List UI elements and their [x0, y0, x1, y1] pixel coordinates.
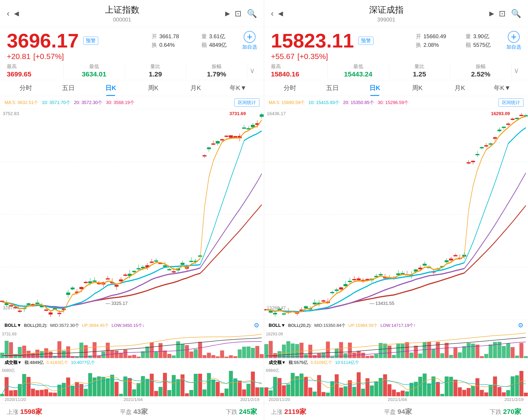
tab-五日[interactable]: 五日 — [47, 80, 90, 96]
tab-年K▼[interactable]: 年K▼ — [481, 80, 524, 96]
layout-icon[interactable]: ⊡ — [235, 9, 241, 18]
stat-high-label: 最高 — [7, 63, 59, 70]
svg-rect-464 — [405, 392, 409, 396]
svg-rect-65 — [132, 271, 136, 272]
header-right: ▶ ⊡ 🔍 — [225, 9, 257, 18]
price-stats-row: 最高 15840.16 最低 15443.24 量比 1.25 振幅 2.52%… — [271, 63, 521, 78]
change-percent: [+0.35%] — [297, 52, 328, 61]
search-icon[interactable]: 🔍 — [511, 9, 521, 18]
tab-日K[interactable]: 日K — [353, 80, 396, 96]
svg-rect-227 — [180, 374, 184, 396]
tab-月K[interactable]: 月K — [175, 80, 217, 96]
gear-icon[interactable]: ⚙ — [254, 322, 259, 329]
svg-rect-396 — [374, 354, 378, 358]
price-stats-row: 最高 3699.65 最低 3634.01 量比 1.29 振幅 1.79% ∨ — [7, 63, 257, 78]
svg-rect-131 — [27, 351, 31, 358]
search-icon[interactable]: 🔍 — [247, 9, 257, 18]
svg-rect-454 — [361, 389, 365, 396]
vol-chart[interactable]: 6984亿 — [264, 367, 528, 396]
svg-rect-189 — [13, 390, 17, 396]
interval-btn[interactable]: 区间统计 — [234, 98, 259, 107]
svg-rect-474 — [449, 377, 453, 396]
svg-rect-403 — [405, 342, 409, 358]
svg-rect-156 — [136, 357, 140, 358]
stat-flat-label: 平盘 43家 — [120, 407, 148, 416]
add-watchlist-btn[interactable]: + 加自选 — [242, 31, 257, 50]
price-section: 3696.17 预警 开 3661.78 换 0.64% 量 — [0, 27, 264, 80]
volume-value: 3.61亿 — [209, 33, 225, 40]
boll-chart[interactable]: 3731.69 — [0, 331, 264, 358]
prev-arrow[interactable]: ◀ — [14, 10, 19, 17]
layout-icon[interactable]: ⊡ — [499, 9, 506, 18]
svg-rect-443 — [313, 392, 317, 396]
open-value: 15660.49 — [423, 33, 446, 40]
vol-label[interactable]: 成交额▼ — [269, 360, 286, 365]
svg-rect-335 — [449, 258, 453, 260]
next-arrow[interactable]: ▶ — [225, 10, 230, 17]
main-chart[interactable]: 3752.83 3731.69 3287.74 — 3325.17 — [0, 109, 264, 320]
next-arrow[interactable]: ▶ — [489, 10, 494, 17]
back-button[interactable]: ‹ — [271, 9, 274, 18]
svg-rect-223 — [163, 373, 167, 396]
gear-icon[interactable]: ⚙ — [518, 322, 524, 329]
tab-周K[interactable]: 周K — [396, 80, 439, 96]
boll-label[interactable]: BOLL▼ — [4, 323, 21, 328]
svg-rect-115 — [242, 128, 246, 129]
svg-rect-170 — [198, 342, 202, 358]
svg-rect-75 — [154, 260, 158, 261]
tab-五日[interactable]: 五日 — [311, 80, 354, 96]
svg-rect-230 — [194, 374, 198, 396]
tab-周K[interactable]: 周K — [132, 80, 175, 96]
collapse-btn[interactable]: ∨ — [512, 66, 521, 75]
svg-rect-255 — [273, 313, 277, 314]
prev-arrow[interactable]: ◀ — [278, 10, 283, 17]
svg-rect-240 — [238, 381, 241, 396]
chart-price-mark: — 13431.55 — [370, 301, 394, 306]
header-right: ▶ ⊡ 🔍 — [489, 9, 521, 18]
tab-分时[interactable]: 分时 — [4, 80, 47, 96]
main-panels: ‹ ◀ 上证指数 000001 ▶ ⊡ 🔍 3696.17 预警 — [0, 0, 528, 420]
svg-rect-196 — [44, 389, 48, 396]
svg-rect-418 — [471, 344, 475, 358]
change-percent: [+0.57%] — [33, 52, 64, 61]
tab-年K▼[interactable]: 年K▼ — [217, 80, 259, 96]
svg-rect-375 — [282, 344, 286, 358]
svg-rect-181 — [246, 347, 250, 358]
stat-amplitude: 振幅 1.79% — [186, 63, 247, 78]
vol-label[interactable]: 成交额▼ — [4, 360, 22, 365]
boll-chart[interactable]: 16293.09 — [264, 331, 528, 358]
tab-月K[interactable]: 月K — [439, 80, 481, 96]
stat-high-label: 最高 — [271, 63, 323, 70]
svg-rect-333 — [445, 260, 449, 262]
boll-label[interactable]: BOLL▼ — [269, 323, 285, 328]
warning-badge[interactable]: 预警 — [83, 37, 98, 45]
svg-rect-293 — [357, 279, 360, 280]
candlestick-chart — [0, 109, 264, 320]
svg-rect-136 — [49, 352, 52, 358]
stat-amplitude-value: 2.52% — [455, 70, 507, 78]
svg-rect-387 — [335, 349, 339, 358]
tabs: 分时五日日K周K月K年K▼ — [264, 80, 528, 96]
main-chart[interactable]: 16436.17 16293.09 13288.47 — 13431.55 — [264, 109, 528, 320]
stat-volratio-value: 1.25 — [394, 70, 446, 78]
boll-low: LOW:14717.19个↑ — [380, 323, 416, 328]
collapse-btn[interactable]: ∨ — [247, 66, 257, 75]
interval-btn[interactable]: 区间统计 — [499, 98, 524, 107]
svg-rect-162 — [163, 350, 167, 358]
stat-down-label: 下跌 245家 — [226, 407, 257, 416]
stat-high: 最高 3699.65 — [7, 63, 64, 78]
svg-rect-461 — [392, 390, 396, 396]
svg-rect-273 — [313, 303, 317, 304]
svg-rect-47 — [93, 280, 96, 281]
svg-rect-164 — [172, 356, 176, 358]
tab-分时[interactable]: 分时 — [269, 80, 311, 96]
vol-chart[interactable]: 5680亿 — [0, 367, 264, 396]
tab-日K[interactable]: 日K — [89, 80, 132, 96]
back-button[interactable]: ‹ — [7, 9, 10, 18]
svg-rect-163 — [167, 354, 171, 358]
amount-label: 额 — [466, 41, 471, 49]
add-watchlist-btn[interactable]: + 加自选 — [506, 31, 521, 50]
warning-badge[interactable]: 预警 — [359, 37, 373, 45]
volume-indicator-bar: 成交额▼ 额:5575亿 5:5109亿个 10:5114亿个 — [264, 358, 528, 367]
stat-down-count: 245家 — [239, 408, 257, 415]
